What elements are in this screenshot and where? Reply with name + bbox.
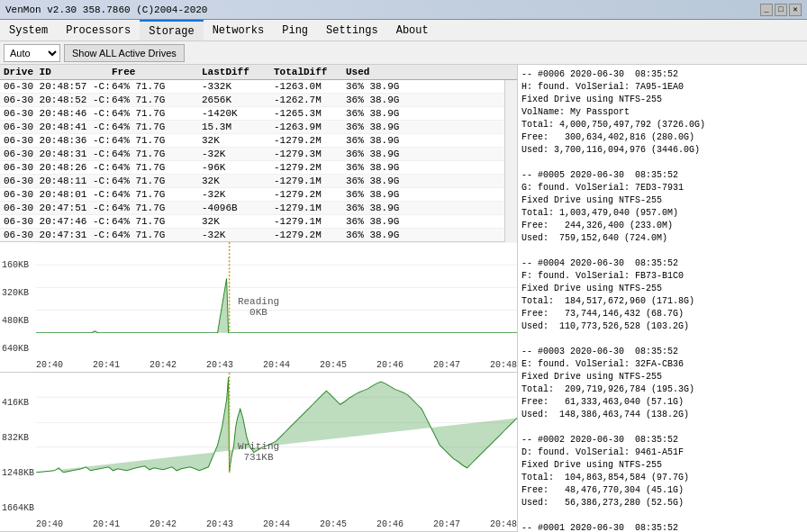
title-bar-text: VenMon v2.30 358.7860 (C)2004-2020 — [5, 5, 207, 15]
table-body[interactable]: 06-30 20:48:57 -C: 64% 71.7G -332K -1263… — [0, 80, 504, 242]
toolbar: Auto Manual Show ALL Active Drives — [0, 41, 807, 65]
write-chart-y-labels: 1664KB 1248KB 832KB 416KB — [2, 373, 34, 513]
read-chart-x-labels: 20:4020:4120:4220:4320:4420:4520:4620:47… — [36, 360, 517, 370]
window-controls: _ □ ✕ — [760, 4, 802, 16]
table-row[interactable]: 06-30 20:48:52 -C: 64% 71.7G 2656K -1262… — [0, 94, 504, 107]
col-lastdiff: LastDiff — [202, 67, 274, 77]
menu-bar: System Processors Storage Networks Ping … — [0, 20, 807, 41]
menu-storage[interactable]: Storage — [140, 20, 203, 41]
left-panel: Drive ID Free LastDiff TotalDiff Used 06… — [0, 65, 518, 532]
read-chart-svg — [36, 242, 517, 333]
table-row[interactable]: 06-30 20:47:31 -C: 64% 71.7G -32K -1279.… — [0, 229, 504, 242]
col-drive-id: Drive ID — [4, 67, 112, 77]
drive-info: -- #0006 2020-06-30 08:35:52 H: found. V… — [521, 68, 803, 532]
right-panel: -- #0006 2020-06-30 08:35:52 H: found. V… — [518, 65, 807, 532]
table-row[interactable]: 06-30 20:47:46 -C: 64% 71.7G 32K -1279.1… — [0, 215, 504, 229]
menu-ping[interactable]: Ping — [273, 20, 317, 41]
table-row[interactable]: 06-30 20:48:46 -C: 64% 71.7G -1420K -126… — [0, 107, 504, 121]
menu-settings[interactable]: Settings — [317, 20, 387, 41]
read-chart: 640KB 480KB 320KB 160KB Reading — [0, 242, 517, 373]
read-chart-y-labels: 640KB 480KB 320KB 160KB — [2, 242, 29, 354]
table-row[interactable]: 06-30 20:48:57 -C: 64% 71.7G -332K -1263… — [0, 80, 504, 94]
write-chart: 1664KB 1248KB 832KB 416KB Writing — [0, 373, 517, 532]
write-chart-x-labels: 20:4020:4120:4220:4320:4420:4520:4620:47… — [36, 519, 517, 529]
col-free: Free — [112, 67, 202, 77]
table-wrapper: 06-30 20:48:57 -C: 64% 71.7G -332K -1263… — [0, 80, 517, 242]
table-row[interactable]: 06-30 20:48:36 -C: 64% 71.7G 32K -1279.2… — [0, 134, 504, 148]
close-button[interactable]: ✕ — [789, 4, 802, 16]
charts-area: 640KB 480KB 320KB 160KB Reading — [0, 242, 517, 532]
table-row[interactable]: 06-30 20:48:41 -C: 64% 71.7G 15.3M -1263… — [0, 121, 504, 134]
show-all-drives-button[interactable]: Show ALL Active Drives — [64, 44, 185, 62]
title-bar: VenMon v2.30 358.7860 (C)2004-2020 _ □ ✕ — [0, 0, 807, 20]
auto-dropdown[interactable]: Auto Manual — [4, 44, 60, 62]
table-row[interactable]: 06-30 20:48:01 -C: 64% 71.7G -32K -1279.… — [0, 188, 504, 202]
table-row[interactable]: 06-30 20:48:31 -C: 64% 71.7G -32K -1279.… — [0, 148, 504, 161]
col-totaldiff: TotalDiff — [274, 67, 346, 77]
write-chart-svg — [36, 373, 517, 473]
table-row[interactable]: 06-30 20:47:51 -C: 64% 71.7G -4096B -127… — [0, 202, 504, 215]
table-row[interactable]: 06-30 20:48:11 -C: 64% 71.7G 32K -1279.1… — [0, 175, 504, 188]
menu-about[interactable]: About — [387, 20, 438, 41]
table-row[interactable]: 06-30 20:48:26 -C: 64% 71.7G -96K -1279.… — [0, 161, 504, 175]
menu-system[interactable]: System — [0, 20, 57, 41]
col-used: Used — [346, 67, 418, 77]
main-content: Drive ID Free LastDiff TotalDiff Used 06… — [0, 65, 807, 532]
menu-processors[interactable]: Processors — [57, 20, 140, 41]
table-scrollbar[interactable] — [504, 80, 517, 242]
table-header: Drive ID Free LastDiff TotalDiff Used — [0, 65, 517, 80]
menu-networks[interactable]: Networks — [204, 20, 274, 41]
minimize-button[interactable]: _ — [760, 4, 773, 16]
maximize-button[interactable]: □ — [775, 4, 787, 16]
